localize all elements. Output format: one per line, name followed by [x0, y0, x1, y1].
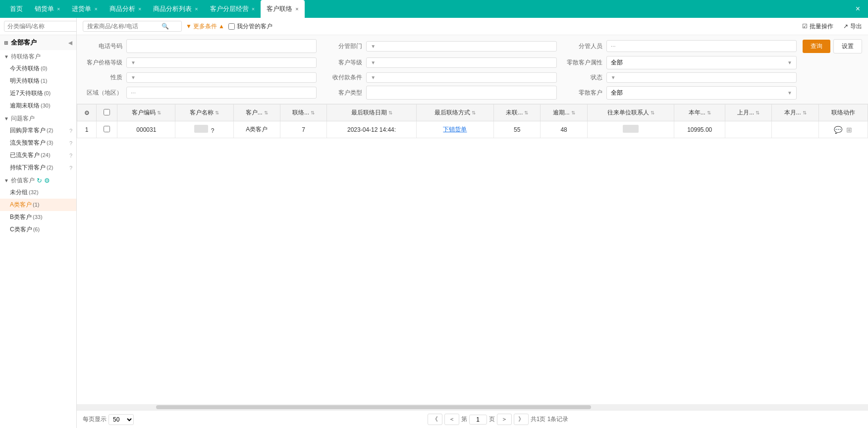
filter-customer-tier-dropdown[interactable]: ▼ — [366, 57, 556, 68]
first-page-button[interactable]: 《 — [428, 414, 442, 425]
action-more-icon[interactable]: ⊞ — [846, 126, 852, 134]
sidebar-item-7days[interactable]: 近7天待联络(0) — [0, 87, 76, 100]
sidebar-collapse-icon[interactable]: ◀ — [68, 40, 72, 46]
filter-dept-dropdown[interactable]: ▼ — [366, 41, 556, 52]
filter-search-icon[interactable]: 🔍 — [162, 23, 169, 30]
value-group-header[interactable]: ▼ 价值客户 ↻ ⚙ — [0, 174, 76, 186]
nav-sales-close[interactable]: × — [57, 6, 60, 12]
warning-info-icon[interactable]: ? — [69, 140, 72, 146]
nav-customer-contact-close[interactable]: × — [295, 6, 298, 12]
filter-customer-tier-field: 客户等级 ▼ — [323, 57, 556, 68]
sidebar-item-class-a[interactable]: A类客户(1) — [0, 199, 76, 211]
sidebar-item-tomorrow[interactable]: 明天待联络(1) — [0, 75, 76, 87]
batch-operation-button[interactable]: ☑ 批量操作 — [802, 22, 833, 31]
my-customers-checkbox[interactable] — [228, 23, 235, 30]
col-contact-sort[interactable]: ⇅ — [311, 110, 315, 115]
name-avatar — [194, 125, 208, 133]
sidebar-item-declining[interactable]: 持续下滑客户(2) ? — [0, 161, 76, 174]
filter-phone-field: 电话号码 — [83, 39, 317, 53]
sidebar-item-warning[interactable]: 流失预警客户(3) ? — [0, 137, 76, 149]
col-name-sort[interactable]: ⇅ — [215, 110, 219, 115]
declining-info-icon[interactable]: ? — [69, 165, 72, 171]
col-this-month-sort[interactable]: ⇅ — [803, 110, 807, 115]
nav-tab-analysis[interactable]: 商品分析 × — [104, 0, 147, 18]
filter-more-button[interactable]: ▼ 更多条件 ▲ — [186, 22, 224, 31]
sidebar-item-today[interactable]: 今天待联络(0) — [0, 62, 76, 75]
nav-purchase-close[interactable]: × — [94, 6, 97, 12]
next-page-button[interactable]: ＞ — [497, 414, 512, 425]
nav-tab-home[interactable]: 首页 — [4, 0, 29, 18]
filter-payment-dropdown[interactable]: ▼ — [366, 72, 556, 83]
row-last-method-link[interactable]: 下销货单 — [443, 126, 467, 133]
col-uncontacted-sort[interactable]: ⇅ — [524, 110, 528, 115]
sidebar-item-class-c[interactable]: C类客户(6) — [0, 223, 76, 236]
page-suffix: 页 — [489, 415, 495, 424]
filter-region-label: 区域（地区） — [83, 89, 122, 97]
filter-retail-dropdown[interactable]: 全部 ▼ — [606, 86, 797, 100]
col-last-date: 最后联络日期⇅ — [327, 105, 417, 121]
sidebar-item-class-b[interactable]: B类客户(33) — [0, 211, 76, 223]
nav-analysis-list-close[interactable]: × — [195, 6, 198, 12]
filter-price-tier-dropdown[interactable]: ▼ — [126, 57, 317, 68]
filter-icon: ▼ — [186, 23, 192, 30]
sidebar-item-lost[interactable]: 已流失客户(24) ? — [0, 149, 76, 161]
filter-retail-attr-dropdown[interactable]: 全部 ▼ — [606, 56, 797, 69]
col-last-date-sort[interactable]: ⇅ — [388, 110, 392, 115]
row-checkbox[interactable] — [104, 126, 110, 132]
per-page-select[interactable]: 20 50 100 — [108, 414, 134, 425]
select-all-checkbox[interactable] — [104, 109, 110, 115]
value-group-settings-icon[interactable]: ⚙ — [44, 177, 50, 184]
pending-group-header[interactable]: ▼ 待联络客户 — [0, 50, 76, 62]
query-button[interactable]: 查询 — [803, 40, 830, 53]
sidebar-item-ungrouped[interactable]: 未分组(32) — [0, 186, 76, 199]
filter-region-input[interactable]: ··· — [126, 87, 317, 99]
export-button[interactable]: ↗ 导出 — [843, 22, 862, 31]
filter-type-input[interactable] — [366, 86, 556, 100]
filter-phone-input[interactable] — [126, 39, 317, 53]
nav-tab-sales[interactable]: 销货单 × — [29, 0, 66, 18]
page-input[interactable] — [469, 415, 487, 425]
filter-retail-field: 零散客户 全部 ▼ — [563, 86, 797, 100]
problem-group-header[interactable]: ▼ 问题客户 — [0, 112, 76, 124]
nav-customer-tier-close[interactable]: × — [252, 6, 255, 12]
filter-search-input[interactable] — [87, 23, 162, 30]
filter-person-input[interactable]: ··· — [606, 40, 797, 52]
sidebar-item-abnormal[interactable]: 回购异常客户(2) ? — [0, 124, 76, 137]
col-code-sort[interactable]: ⇅ — [157, 110, 161, 115]
col-overdue-sort[interactable]: ⇅ — [571, 110, 575, 115]
col-type: 客户...⇅ — [233, 105, 280, 121]
action-message-icon[interactable]: 💬 — [834, 126, 842, 134]
filter-dept-field: 分管部门 ▼ — [323, 41, 556, 52]
col-checkbox[interactable] — [97, 105, 117, 121]
sidebar-search-input[interactable] — [4, 21, 77, 32]
filter-type-label: 客户类型 — [323, 89, 362, 97]
settings-button[interactable]: 设置 — [833, 39, 862, 54]
last-page-button[interactable]: 》 — [514, 414, 529, 425]
7days-label: 近7天待联络(0) — [10, 89, 51, 98]
col-contact-person-sort[interactable]: ⇅ — [651, 110, 654, 115]
abnormal-info-icon[interactable]: ? — [69, 128, 72, 134]
nav-tab-customer-contact[interactable]: 客户联络 × — [261, 0, 304, 18]
col-settings[interactable]: ⚙ — [77, 105, 97, 121]
filter-row-4: 区域（地区） ··· 客户类型 零散客户 — [83, 86, 797, 100]
sidebar-all-customers[interactable]: ⊞ 全部客户 ◀ — [0, 35, 76, 50]
scrollbar-thumb[interactable] — [156, 405, 591, 409]
value-group-refresh-icon[interactable]: ↻ — [37, 177, 42, 184]
col-type-sort[interactable]: ⇅ — [264, 110, 268, 115]
nav-tab-analysis-list[interactable]: 商品分析列表 × — [147, 0, 204, 18]
row-this-year: 10995.00 — [674, 121, 725, 138]
filter-status-dropdown[interactable]: ▼ — [606, 72, 797, 83]
sidebar-item-overdue[interactable]: 逾期未联络(30) — [0, 100, 76, 112]
window-close-button[interactable]: × — [852, 2, 864, 15]
nav-analysis-close[interactable]: × — [138, 6, 141, 12]
col-last-method-sort[interactable]: ⇅ — [472, 110, 476, 115]
col-last-month-sort[interactable]: ⇅ — [756, 110, 760, 115]
nav-tab-purchase[interactable]: 进货单 × — [66, 0, 103, 18]
col-this-year-sort[interactable]: ⇅ — [707, 110, 711, 115]
nav-tab-customer-tier[interactable]: 客户分层经营 × — [204, 0, 261, 18]
main-layout: 🔍 ⊞ 全部客户 ◀ ▼ 待联络客户 今天待联络(0) 明天待联络(1) 近7天… — [0, 18, 868, 428]
lost-info-icon[interactable]: ? — [69, 153, 72, 159]
horizontal-scrollbar[interactable] — [77, 404, 868, 410]
filter-nature-dropdown[interactable]: ▼ — [126, 72, 317, 83]
prev-page-button[interactable]: ＜ — [444, 414, 459, 425]
